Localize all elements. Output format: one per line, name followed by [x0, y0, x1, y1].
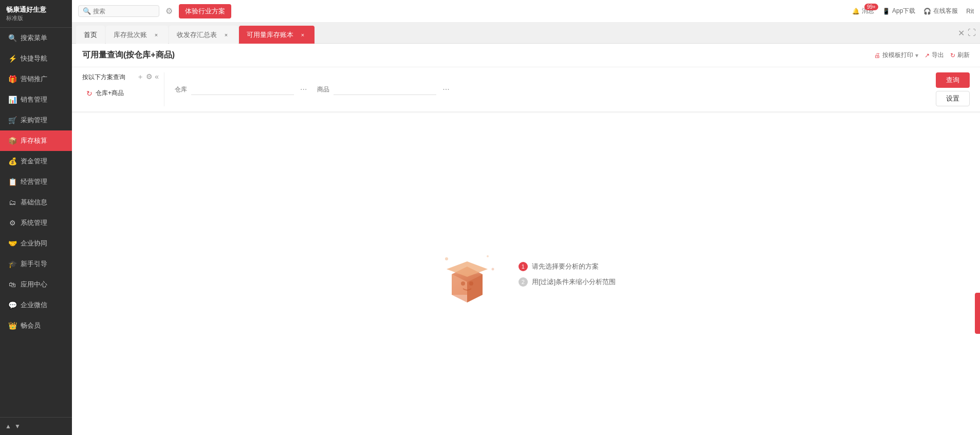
sidebar-item-label: 畅会员	[21, 321, 41, 330]
maximize-icon[interactable]: ⛶	[968, 28, 976, 37]
brand-sub: 标准版	[6, 14, 66, 22]
scheme-item-warehouse-goods[interactable]: ↻ 仓库+商品	[82, 86, 159, 101]
settings-scheme-button[interactable]: ⚙	[146, 72, 153, 82]
scroll-handle[interactable]	[975, 293, 980, 334]
empty-state: 1 请先选择要分析的方案 2 用[过滤]条件来缩小分析范围	[72, 113, 980, 435]
svg-point-8	[487, 255, 489, 257]
sidebar-item-enterprise[interactable]: 🤝 企业协同	[0, 233, 72, 254]
gift-icon: 🎁	[8, 75, 16, 83]
sidebar-item-sales[interactable]: 📊 销售管理	[0, 89, 72, 110]
sidebar-item-label: 经营管理	[21, 177, 47, 186]
message-button[interactable]: 🔔 消息 99+	[852, 7, 874, 15]
empty-tip-1: 1 请先选择要分析的方案	[519, 262, 616, 271]
search-input[interactable]	[93, 8, 155, 15]
phone-icon: 📱	[882, 8, 890, 15]
refresh-button[interactable]: ↻ 刷新	[950, 51, 970, 60]
sidebar-item-marketing[interactable]: 🎁 营销推广	[0, 69, 72, 89]
sidebar-item-member[interactable]: 👑 畅会员	[0, 315, 72, 336]
money-icon: 💰	[8, 157, 16, 165]
query-button[interactable]: 查询	[936, 72, 970, 88]
sidebar-item-inventory[interactable]: 📦 库存核算	[0, 130, 72, 151]
sidebar-item-label: 新手引导	[21, 259, 47, 269]
gear-icon: ⚙	[8, 219, 16, 227]
scheme-item-label: 仓库+商品	[96, 89, 124, 98]
topbar-search-box[interactable]: 🔍	[78, 5, 159, 17]
goods-more-icon[interactable]: ···	[440, 85, 451, 94]
tab-batch-close[interactable]: ×	[152, 31, 160, 39]
print-label: 按模板打印	[882, 51, 913, 60]
topbar-right: 🔔 消息 99+ 📱 App下载 🎧 在线客服 Rit	[852, 7, 974, 15]
empty-tip-2: 2 用[过滤]条件来缩小分析范围	[519, 277, 616, 287]
tip-num-2: 2	[519, 277, 528, 287]
tip-text-1: 请先选择要分析的方案	[532, 262, 599, 271]
brand-header: 畅康通好生意 标准版	[0, 0, 72, 28]
topbar: 🔍 ⚙ 体验行业方案 🔔 消息 99+ 📱 App下载 🎧 在线客服 Rit	[72, 0, 980, 23]
filter-group-goods: 商品 ···	[317, 84, 451, 95]
warehouse-input[interactable]	[191, 84, 294, 95]
sidebar-item-label: 系统管理	[21, 218, 47, 228]
collapse-scheme-button[interactable]: «	[155, 72, 159, 82]
sidebar-item-label: 资金管理	[21, 157, 47, 166]
sidebar-item-appstore[interactable]: 🛍 应用中心	[0, 274, 72, 295]
sidebar-item-operation[interactable]: 📋 经营管理	[0, 172, 72, 192]
export-icon: ↗	[924, 52, 930, 59]
scheme-panel-header: 按以下方案查询 ＋ ⚙ «	[82, 72, 159, 82]
app-download-button[interactable]: 📱 App下载	[882, 7, 915, 15]
empty-illustration	[436, 243, 498, 305]
sidebar-item-label: 企业协同	[21, 239, 47, 248]
trial-button[interactable]: 体验行业方案	[179, 4, 231, 18]
sidebar-item-basic[interactable]: 🗂 基础信息	[0, 192, 72, 213]
sidebar-item-nav[interactable]: ⚡ 快捷导航	[0, 48, 72, 69]
goods-input[interactable]	[334, 84, 436, 95]
sidebar-item-label: 销售管理	[21, 95, 47, 104]
scroll-down-icon[interactable]: ▼	[14, 423, 21, 430]
export-button[interactable]: ↗ 导出	[924, 51, 944, 60]
refresh-label: 刷新	[957, 51, 970, 60]
headset-icon: 🎧	[923, 8, 931, 15]
window-controls: ✕ ⛶	[954, 23, 980, 43]
goods-label: 商品	[317, 85, 329, 94]
refresh-icon: ↻	[950, 52, 955, 59]
settings-button[interactable]: 设置	[936, 91, 970, 106]
print-button[interactable]: 🖨 按模板打印 ▾	[874, 51, 918, 60]
sidebar-item-label: 基础信息	[21, 198, 47, 207]
close-window-icon[interactable]: ✕	[958, 28, 965, 38]
sidebar-item-guide[interactable]: 🎓 新手引导	[0, 254, 72, 274]
wechat-icon: 💬	[8, 301, 16, 309]
svg-point-5	[461, 281, 465, 286]
svg-point-7	[445, 257, 448, 260]
tab-summary[interactable]: 收发存汇总表 ×	[169, 26, 238, 44]
settings-icon[interactable]: ⚙	[163, 4, 175, 18]
service-button[interactable]: 🎧 在线客服	[923, 7, 958, 15]
warehouse-label: 仓库	[175, 85, 187, 94]
sidebar-item-label: 营销推广	[21, 74, 47, 84]
warehouse-more-icon[interactable]: ···	[298, 85, 309, 94]
sidebar-item-purchase[interactable]: 🛒 采购管理	[0, 110, 72, 130]
page-header: 可用量查询(按仓库+商品) 🖨 按模板打印 ▾ ↗ 导出 ↻ 刷新	[72, 44, 980, 67]
service-label: 在线客服	[933, 7, 958, 15]
empty-box-svg	[436, 243, 498, 305]
tab-summary-close[interactable]: ×	[222, 31, 230, 39]
scroll-up-icon[interactable]: ▲	[5, 423, 11, 430]
user-menu[interactable]: Rit	[966, 8, 974, 15]
search-icon: 🔍	[83, 7, 91, 15]
tab-available[interactable]: 可用量库存账本 ×	[239, 26, 315, 44]
add-scheme-button[interactable]: ＋	[137, 72, 144, 82]
sidebar-item-system[interactable]: ⚙ 系统管理	[0, 213, 72, 233]
sidebar-item-label: 采购管理	[21, 116, 47, 125]
sidebar-item-wechat[interactable]: 💬 企业微信	[0, 295, 72, 315]
sidebar-item-finance[interactable]: 💰 资金管理	[0, 151, 72, 172]
folder-icon: 🗂	[8, 198, 16, 206]
sidebar-scroll: 🔍 搜索菜单 ⚡ 快捷导航 🎁 营销推广 📊 销售管理 🛒 采购管理 📦 库存核…	[0, 28, 72, 417]
lightning-icon: ⚡	[8, 54, 16, 63]
app-icon: 🛍	[8, 280, 16, 289]
page-title: 可用量查询(按仓库+商品)	[82, 50, 175, 61]
tab-home[interactable]: 首页	[76, 26, 105, 44]
cart-icon: 🛒	[8, 116, 16, 124]
empty-tips: 1 请先选择要分析的方案 2 用[过滤]条件来缩小分析范围	[519, 262, 616, 287]
tab-batch[interactable]: 库存批次账 ×	[106, 26, 168, 44]
sidebar-item-search[interactable]: 🔍 搜索菜单	[0, 28, 72, 48]
scheme-rotate-icon: ↻	[86, 89, 93, 98]
tab-available-close[interactable]: ×	[299, 31, 307, 39]
box-icon: 📦	[8, 137, 16, 145]
